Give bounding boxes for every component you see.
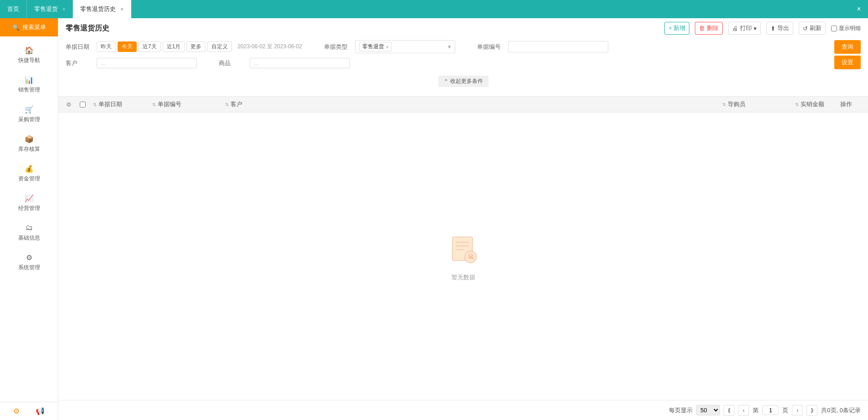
show-detail-label: 显示明细 [839,25,861,32]
sidebar-item-sales[interactable]: 📊 销售管理 [0,70,58,99]
date-range-display: 2023-06-02 至 2023-06-02 [237,43,302,51]
sidebar-item-operations-label: 经营管理 [18,205,40,212]
print-button[interactable]: 🖨 打印 ▾ [728,22,761,35]
page-first-button[interactable]: ⟪ [724,405,734,416]
date-btn-7days[interactable]: 近7天 [139,41,161,52]
export-icon: ⬆ [770,25,776,32]
new-button[interactable]: + 新增 [664,22,689,35]
customer-select[interactable]: ... [97,58,197,68]
print-label: 打印 [740,24,752,32]
sidebar-item-sales-label: 销售管理 [18,86,40,94]
doc-type-tag-close[interactable]: × [386,44,389,50]
customer-label: 客户 [66,59,93,67]
page-title: 零售退货历史 [66,24,109,33]
page-next-button[interactable]: › [792,405,803,416]
query-button[interactable]: 查询 [834,40,861,54]
sidebar-item-system[interactable]: ⚙ 系统管理 [0,247,58,277]
date-btn-more[interactable]: 更多 [186,41,205,52]
show-detail-toggle[interactable]: 显示明细 [831,25,861,32]
empty-icon [445,231,482,268]
sidebar-item-inventory-label: 库存核算 [18,145,40,153]
tab-retail-return[interactable]: 零售退货 × [27,0,73,18]
tab-retail-return-history-label: 零售退货历史 [80,5,116,13]
col-customer-label: 客户 [231,100,242,108]
goods-filter-group: 商品 ... [219,58,350,68]
date-btn-yesterday[interactable]: 昨天 [97,41,116,52]
sidebar-item-basic-info-label: 基础信息 [18,234,40,242]
col-customer-sort-icon[interactable]: ⇅ [225,102,229,107]
filter-row-1: 单据日期 昨天 今天 近7天 近1月 更多 自定义 2023-06-02 至 2… [66,40,827,53]
sidebar-item-inventory[interactable]: 📦 库存核算 [0,129,58,159]
sidebar: 🔍 搜索菜单 🏠 快捷导航 📊 销售管理 🛒 采购管理 📦 库存核算 💰 [0,18,58,420]
basic-info-icon: 🗂 [25,223,34,232]
operations-icon: 📈 [25,194,34,203]
tab-retail-return-close[interactable]: × [62,6,65,12]
page-number-input[interactable] [762,405,779,415]
set-button[interactable]: 设置 [834,56,861,69]
collapse-filter-button[interactable]: ⌃ 收起更多条件 [438,76,488,87]
sidebar-item-basic-info[interactable]: 🗂 基础信息 [0,218,58,247]
settings-footer-icon[interactable]: ⚙ [13,407,20,415]
col-guide: ⇅ 导购员 [719,100,773,108]
goods-select[interactable]: ... [250,58,350,68]
page-label-suffix: 页 [782,406,788,415]
doc-type-chevron-icon: ▾ [448,43,451,50]
date-filter-label: 单据日期 [66,43,93,51]
sidebar-search-button[interactable]: 🔍 搜索菜单 [0,18,58,36]
collapse-label: 收起更多条件 [450,77,483,85]
sidebar-item-finance[interactable]: 💰 资金管理 [0,159,58,188]
goods-label: 商品 [219,59,246,67]
sidebar-item-purchase[interactable]: 🛒 采购管理 [0,99,58,129]
doc-no-input[interactable] [508,41,608,52]
export-button[interactable]: ⬆ 导出 [766,22,793,35]
select-all-checkbox[interactable] [80,102,86,108]
col-date-label: 单据日期 [98,100,122,108]
page-label-prefix: 第 [753,406,759,415]
tab-retail-return-history[interactable]: 零售退货历史 × [73,0,131,18]
col-no-sort-icon[interactable]: ⇅ [152,102,156,107]
print-icon: 🖨 [732,25,738,32]
col-guide-label: 导购员 [728,100,745,108]
show-detail-checkbox[interactable] [831,26,837,31]
table-checkbox-all[interactable] [76,102,89,108]
sidebar-item-system-label: 系统管理 [18,264,40,271]
customer-filter-group: 客户 ... [66,58,197,68]
date-btn-custom[interactable]: 自定义 [207,41,232,52]
doc-no-label: 单据编号 [477,43,504,51]
date-btn-1month[interactable]: 近1月 [163,41,185,52]
page-last-button[interactable]: ⟫ [806,405,817,416]
page-title-row: 零售退货历史 + 新增 🗑 删除 🖨 打印 ▾ ⬆ 导出 ↺ [66,22,861,35]
tab-retail-return-history-close[interactable]: × [120,6,123,12]
table-settings-icon[interactable]: ⚙ [62,101,76,108]
col-no: ⇅ 单据编号 [149,100,221,108]
filter-row-2: 客户 ... 商品 ... [66,58,827,68]
refresh-button[interactable]: ↺ 刷新 [799,22,826,35]
purchase-icon: 🛒 [25,105,34,114]
pagination: 每页显示 10 20 50 100 ⟪ ‹ 第 页 › ⟫ 共0页, 0条记录 [58,400,868,420]
col-no-label: 单据编号 [158,100,181,108]
speaker-footer-icon[interactable]: 📢 [36,407,45,415]
per-page-select[interactable]: 10 20 50 100 [696,405,720,415]
top-bar: 首页 零售退货 × 零售退货历史 × × [0,0,868,18]
tab-home-label: 首页 [7,5,19,13]
sidebar-item-operations[interactable]: 📈 经营管理 [0,188,58,218]
search-icon: 🔍 [12,24,20,31]
system-icon: ⚙ [25,253,34,262]
col-amount-sort-icon[interactable]: ⇅ [795,102,799,107]
col-guide-sort-icon[interactable]: ⇅ [722,102,726,107]
window-close-button[interactable]: × [850,0,868,18]
col-date-sort-icon[interactable]: ⇅ [93,102,97,107]
table-area: ⚙ ⇅ 单据日期 ⇅ 单据编号 ⇅ 客户 ⇅ 导购员 [58,96,868,400]
tab-home[interactable]: 首页 [0,0,27,18]
page-prev-button[interactable]: ‹ [738,405,749,416]
col-customer: ⇅ 客户 [221,100,719,108]
delete-button[interactable]: 🗑 删除 [695,22,723,35]
toolbar: + 新增 🗑 删除 🖨 打印 ▾ ⬆ 导出 ↺ 刷新 [664,22,861,35]
date-btn-today[interactable]: 今天 [118,41,137,52]
main-content: 零售退货历史 + 新增 🗑 删除 🖨 打印 ▾ ⬆ 导出 ↺ [58,18,868,420]
sidebar-item-quick-nav[interactable]: 🏠 快捷导航 [0,40,58,70]
sidebar-item-finance-label: 资金管理 [18,175,40,183]
inventory-icon: 📦 [25,134,34,143]
sidebar-nav: 🏠 快捷导航 📊 销售管理 🛒 采购管理 📦 库存核算 💰 资金管理 📈 [0,36,58,402]
doc-type-select[interactable]: 零售退货 × ▾ [355,40,455,53]
